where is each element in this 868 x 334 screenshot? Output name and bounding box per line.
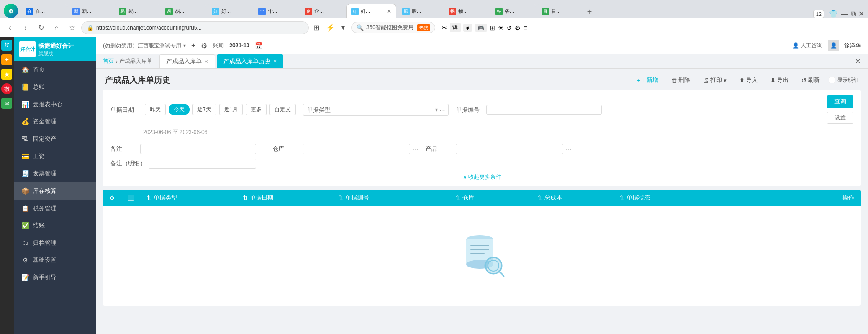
date-btn-today[interactable]: 今天: [169, 104, 190, 115]
weibo-app-icon[interactable]: 微: [1, 83, 12, 94]
sidebar-item-payroll[interactable]: 💳 工资: [14, 148, 96, 165]
calendar-icon[interactable]: 📅: [255, 42, 262, 49]
sidebar-item-inventory[interactable]: 📦 库存核算: [14, 182, 96, 200]
restore-button[interactable]: ⧉: [851, 10, 856, 18]
tab-12[interactable]: 目 目...: [537, 4, 582, 18]
sidebar-item-fixed-assets[interactable]: 🏗 固定资产: [14, 130, 96, 148]
grid-icon[interactable]: ⊞: [312, 21, 321, 34]
doc-type-filter[interactable]: 单据类型 ▾ ···: [303, 104, 449, 116]
unknown-app-1-icon[interactable]: ✦: [1, 54, 12, 65]
new-tab-button[interactable]: +: [583, 5, 596, 18]
col-doc-type[interactable]: ⇅ 单据类型: [140, 190, 236, 206]
sidebar-item-home[interactable]: 🏠 首页: [14, 61, 96, 78]
date-btn-yesterday[interactable]: 昨天: [145, 104, 166, 115]
minimize-button[interactable]: —: [841, 10, 848, 18]
query-button[interactable]: 查询: [827, 95, 853, 108]
tab-7[interactable]: 企 企...: [300, 4, 345, 18]
tab-doc-list-close[interactable]: ✕: [204, 59, 208, 65]
sidebar-item-new-guide[interactable]: 📝 新手引导: [14, 269, 96, 286]
tab-5[interactable]: 好 好...: [207, 4, 252, 18]
sidebar-item-tax[interactable]: 📋 税务管理: [14, 200, 96, 217]
tab-8[interactable]: 好 好... ✕: [346, 4, 396, 18]
scissors-icon[interactable]: ✂: [442, 24, 447, 31]
date-btn-more[interactable]: 更多: [246, 104, 267, 115]
dropdown-arrow[interactable]: ▾: [339, 21, 347, 34]
back-button[interactable]: ‹: [4, 21, 16, 34]
apps-grid-icon[interactable]: ⊞: [490, 24, 495, 31]
add-account-button[interactable]: +: [191, 41, 195, 50]
reload-button[interactable]: ↻: [35, 21, 47, 34]
add-button[interactable]: + + 新增: [633, 74, 662, 86]
sync-icon[interactable]: ↺: [507, 24, 512, 31]
tab-11[interactable]: 各 各...: [490, 4, 536, 18]
show-detail-checkbox[interactable]: 显示明细: [829, 77, 859, 84]
collapse-more-button[interactable]: ∧ 收起更多条件: [463, 173, 501, 181]
col-doc-number[interactable]: ⇅ 单据编号: [332, 190, 449, 206]
doc-number-input[interactable]: [486, 105, 602, 115]
warehouse-dots[interactable]: ···: [413, 145, 418, 153]
warehouse-input[interactable]: [303, 144, 410, 154]
close-window-button[interactable]: ✕: [858, 10, 864, 18]
company-selector[interactable]: (勿删勿禁用）江西服宝测试专用 ▾: [103, 42, 186, 50]
settings-button[interactable]: 设置: [827, 112, 853, 124]
notes-detail-input[interactable]: [149, 159, 256, 169]
header-checkbox[interactable]: [128, 195, 134, 201]
sidebar-item-basic-settings[interactable]: ⚙ 基础设置: [14, 252, 96, 269]
theme-icon[interactable]: ☀: [498, 24, 504, 31]
translate-icon[interactable]: 译: [450, 23, 461, 32]
tab-panel-close-button[interactable]: ✕: [855, 54, 861, 68]
export-button[interactable]: ⬇ 导出: [767, 74, 792, 86]
tab-1[interactable]: 在 在...: [21, 4, 67, 18]
sidebar-item-checkout[interactable]: ✅ 结账: [14, 217, 96, 234]
settings-gear-icon[interactable]: ⚙: [201, 41, 207, 50]
search-area[interactable]: 🔍 360智能抠图免费用 热搜: [351, 22, 435, 33]
lightning-icon[interactable]: ⚡: [324, 21, 337, 34]
yuan-icon[interactable]: ¥: [463, 24, 472, 32]
tab-10[interactable]: 畅 畅...: [444, 4, 489, 18]
notes-input[interactable]: [140, 144, 256, 154]
import-button[interactable]: ⬆ 导入: [736, 74, 761, 86]
sidebar-item-archive[interactable]: 🗂 归档管理: [14, 234, 96, 252]
col-doc-date[interactable]: ⇅ 单据日期: [236, 190, 333, 206]
menu-icon[interactable]: ≡: [524, 24, 527, 31]
content-tab-list-item[interactable]: 产成品入库单 ✕: [159, 54, 215, 68]
tab-8-close[interactable]: ✕: [387, 8, 391, 15]
content-tab-history-item[interactable]: 产成品入库单历史 ✕: [217, 54, 283, 68]
product-input[interactable]: [456, 144, 563, 154]
product-dots[interactable]: ···: [566, 145, 571, 153]
col-total-cost[interactable]: ⇅ 总成本: [531, 190, 613, 206]
tab-4[interactable]: 易 易...: [160, 4, 206, 18]
date-btn-1month[interactable]: 近1月: [219, 104, 243, 115]
forward-button[interactable]: ›: [19, 21, 32, 34]
refresh-button[interactable]: ↺ 刷新: [798, 74, 823, 86]
tab-6[interactable]: 个 个...: [253, 4, 299, 18]
user-service-button[interactable]: 👤 人工咨询: [792, 42, 822, 50]
col-warehouse[interactable]: ⇅ 仓库: [449, 190, 531, 206]
delete-button[interactable]: 🗑 删除: [668, 74, 694, 86]
tab-9[interactable]: 腾 腾...: [397, 4, 443, 18]
print-button[interactable]: 🖨 打印 ▾: [699, 74, 730, 86]
chanjet-logo-icon[interactable]: 好: [1, 40, 12, 51]
doc-type-dots[interactable]: ···: [440, 106, 445, 113]
game-icon[interactable]: 🎮: [475, 24, 487, 32]
table-checkbox-header[interactable]: [121, 191, 140, 205]
star-app-icon[interactable]: ★: [1, 69, 12, 80]
tab-2[interactable]: 新 新...: [67, 4, 113, 18]
home-button[interactable]: ⌂: [50, 21, 63, 34]
breadcrumb-home[interactable]: 首页: [103, 57, 114, 65]
sidebar-item-general-ledger[interactable]: 📒 总账: [14, 78, 96, 96]
tab-history-close[interactable]: ✕: [273, 58, 277, 64]
sidebar-item-invoice[interactable]: 🧾 发票管理: [14, 165, 96, 182]
tab-3[interactable]: 易 易...: [114, 4, 159, 18]
mail-app-icon[interactable]: ✉: [1, 98, 12, 109]
sidebar-item-fund-mgmt[interactable]: 💰 资金管理: [14, 113, 96, 130]
col-doc-status[interactable]: ⇅ 单据状态: [613, 190, 709, 206]
table-gear-button[interactable]: ⚙: [103, 191, 121, 205]
settings-icon[interactable]: ⚙: [515, 24, 521, 31]
bookmark-button[interactable]: ☆: [66, 21, 78, 34]
date-btn-7days[interactable]: 近7天: [192, 104, 216, 115]
sidebar-item-report-center[interactable]: 📊 云报表中心: [14, 96, 96, 113]
checkout-label: 结账: [33, 221, 45, 230]
date-btn-custom[interactable]: 自定义: [269, 104, 296, 115]
address-input[interactable]: 🔒 https://cloud.chanjet.com/accounting/u…: [81, 21, 309, 34]
